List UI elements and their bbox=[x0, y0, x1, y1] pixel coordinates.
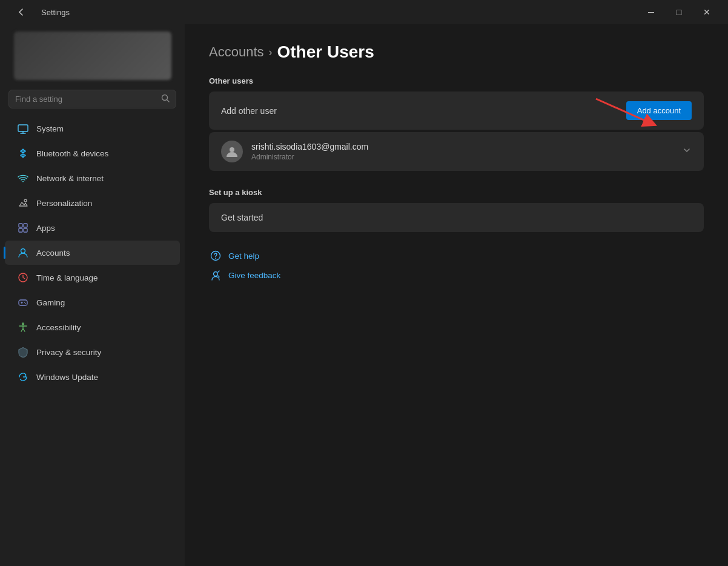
svg-point-17 bbox=[25, 303, 26, 304]
sidebar-item-network-label: Network & internet bbox=[36, 174, 104, 183]
svg-rect-2 bbox=[18, 125, 28, 132]
help-links: Get help Give feedback bbox=[209, 249, 704, 282]
breadcrumb-separator: › bbox=[269, 46, 273, 59]
user-avatar bbox=[221, 141, 243, 162]
sidebar-item-bluetooth-label: Bluetooth & devices bbox=[36, 149, 108, 158]
sidebar-item-gaming-label: Gaming bbox=[36, 298, 65, 307]
add-other-user-row: Add other user Add account bbox=[209, 92, 704, 130]
titlebar: Settings ─ □ ✕ bbox=[0, 0, 728, 24]
sidebar-item-privacy-label: Privacy & security bbox=[36, 348, 101, 357]
sidebar-item-personalization[interactable]: Personalization bbox=[5, 191, 180, 215]
maximize-button[interactable]: □ bbox=[665, 0, 693, 24]
sidebar-item-accounts[interactable]: Accounts bbox=[5, 241, 180, 265]
svg-line-1 bbox=[167, 100, 170, 102]
sidebar-nav: System Bluetooth & devices bbox=[0, 113, 185, 392]
bluetooth-icon bbox=[17, 147, 29, 159]
accessibility-icon bbox=[17, 321, 29, 333]
get-help-label: Get help bbox=[228, 251, 259, 261]
kiosk-label: Set up a kiosk bbox=[209, 188, 704, 197]
sidebar-item-apps[interactable]: Apps bbox=[5, 216, 180, 240]
search-icon bbox=[161, 94, 170, 104]
accounts-icon bbox=[17, 247, 29, 259]
time-icon bbox=[17, 271, 29, 284]
sidebar-item-network[interactable]: Network & internet bbox=[5, 166, 180, 190]
sidebar-item-time-label: Time & language bbox=[36, 273, 98, 282]
user-profile-area bbox=[14, 32, 171, 80]
svg-point-19 bbox=[230, 147, 234, 152]
sidebar-item-privacy[interactable]: Privacy & security bbox=[5, 340, 180, 364]
sidebar-item-accessibility[interactable]: Accessibility bbox=[5, 315, 180, 339]
search-box[interactable] bbox=[8, 90, 176, 108]
get-help-link[interactable]: Get help bbox=[209, 249, 704, 262]
sidebar-item-gaming[interactable]: Gaming bbox=[5, 290, 180, 315]
titlebar-controls: ─ □ ✕ bbox=[637, 0, 721, 24]
svg-point-6 bbox=[24, 199, 27, 202]
svg-rect-9 bbox=[19, 228, 22, 232]
svg-point-11 bbox=[21, 249, 25, 253]
back-icon bbox=[17, 8, 25, 16]
svg-point-22 bbox=[214, 272, 218, 276]
user-info: srishti.sisodia1603@gmail.com Administra… bbox=[251, 142, 682, 161]
sidebar-item-personalization-label: Personalization bbox=[36, 199, 92, 208]
get-started-row[interactable]: Get started bbox=[209, 203, 704, 232]
svg-point-16 bbox=[24, 302, 25, 303]
gaming-icon bbox=[17, 296, 29, 308]
close-button[interactable]: ✕ bbox=[693, 0, 721, 24]
app-layout: System Bluetooth & devices bbox=[0, 24, 728, 566]
app-title: Settings bbox=[41, 8, 70, 17]
help-icon bbox=[209, 249, 222, 262]
give-feedback-label: Give feedback bbox=[228, 271, 280, 280]
minimize-button[interactable]: ─ bbox=[637, 0, 665, 24]
search-input[interactable] bbox=[15, 95, 161, 104]
sidebar-item-update[interactable]: Windows Update bbox=[5, 365, 180, 389]
sidebar-item-system-label: System bbox=[36, 124, 64, 133]
user-email: srishti.sisodia1603@gmail.com bbox=[251, 142, 682, 151]
user-account-row[interactable]: srishti.sisodia1603@gmail.com Administra… bbox=[209, 132, 704, 171]
sidebar-item-apps-label: Apps bbox=[36, 224, 55, 233]
svg-rect-7 bbox=[19, 224, 22, 227]
give-feedback-link[interactable]: Give feedback bbox=[209, 268, 704, 282]
svg-point-18 bbox=[22, 323, 24, 325]
sidebar-item-time[interactable]: Time & language bbox=[5, 265, 180, 290]
titlebar-left: Settings bbox=[7, 0, 70, 24]
svg-rect-8 bbox=[24, 224, 27, 227]
kiosk-section: Set up a kiosk Get started bbox=[209, 188, 704, 232]
breadcrumb-parent[interactable]: Accounts bbox=[209, 44, 264, 60]
add-other-user-text: Add other user bbox=[221, 106, 277, 116]
feedback-icon bbox=[209, 268, 222, 282]
add-account-button[interactable]: Add account bbox=[626, 101, 692, 120]
sidebar: System Bluetooth & devices bbox=[0, 24, 185, 566]
main-content: Accounts › Other Users Other users Add o… bbox=[185, 24, 728, 566]
sidebar-item-update-label: Windows Update bbox=[36, 373, 98, 382]
breadcrumb: Accounts › Other Users bbox=[209, 42, 704, 62]
network-icon bbox=[17, 172, 29, 184]
sidebar-item-system[interactable]: System bbox=[5, 116, 180, 141]
svg-point-21 bbox=[215, 258, 216, 259]
sidebar-item-accounts-label: Accounts bbox=[36, 248, 70, 258]
back-button[interactable] bbox=[7, 0, 35, 24]
apps-icon bbox=[17, 222, 29, 234]
personalization-icon bbox=[17, 197, 29, 209]
svg-point-5 bbox=[22, 181, 24, 182]
svg-rect-13 bbox=[19, 300, 27, 305]
breadcrumb-current: Other Users bbox=[277, 42, 374, 62]
user-role: Administrator bbox=[251, 153, 682, 161]
svg-rect-10 bbox=[24, 228, 27, 232]
sidebar-item-bluetooth[interactable]: Bluetooth & devices bbox=[5, 141, 180, 165]
chevron-down-icon bbox=[682, 145, 692, 158]
privacy-icon bbox=[17, 346, 29, 358]
sidebar-item-accessibility-label: Accessibility bbox=[36, 323, 81, 332]
update-icon bbox=[17, 371, 29, 383]
other-users-label: Other users bbox=[209, 76, 704, 85]
system-icon bbox=[17, 122, 29, 135]
